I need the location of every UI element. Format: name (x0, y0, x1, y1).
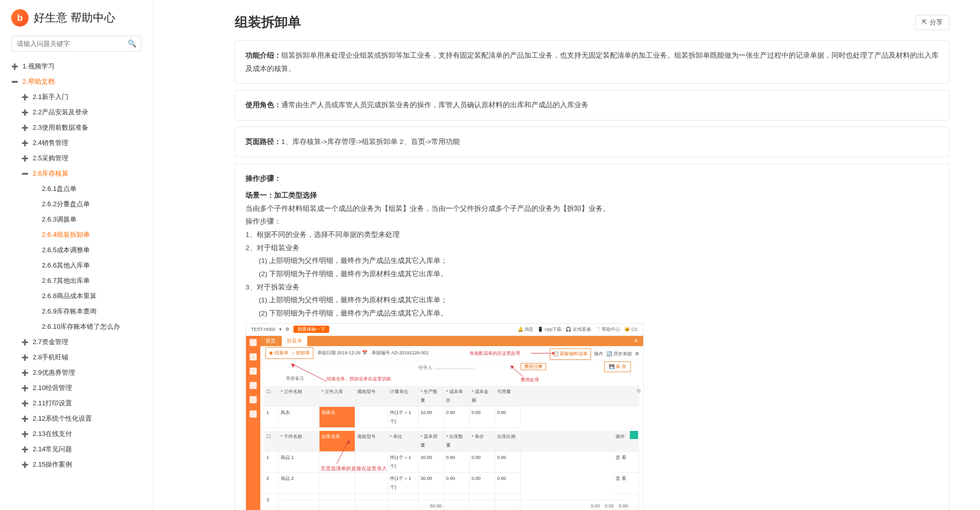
si-help: 帮助中心 (602, 327, 620, 332)
home-icon (250, 339, 257, 346)
nav-2-9[interactable]: ➕2.9优惠券管理 (21, 365, 141, 380)
plus-icon: ➕ (21, 94, 31, 101)
si-note3: 费用处理 (521, 376, 539, 384)
si-handler: 经手人 (419, 365, 432, 370)
si-note1: 有装配清单的在这里处理 (470, 349, 520, 358)
share-button[interactable]: ⇱ 分享 (915, 15, 949, 30)
plus-icon: ➕ (21, 155, 31, 162)
si-note2: 组装业务、拆卸业务在这里切换 (327, 375, 391, 383)
si-type-assemble: ◉ 组装单 ○ 拆卸单 (265, 347, 313, 359)
close-icon: ✕ (634, 336, 638, 346)
si-tab-home: 首页 (265, 336, 276, 346)
plus-icon: ➕ (21, 109, 31, 116)
plus-icon: ➕ (21, 416, 31, 422)
plus-icon: ➕ (21, 400, 31, 407)
svg-line-2 (291, 363, 327, 381)
nav-2-15[interactable]: ➕2.15操作案例 (21, 457, 141, 472)
gear-icon (250, 410, 257, 418)
plus-icon: ➕ (21, 462, 31, 468)
path-card: 页面路径：1、库存核算->库存管理->组装拆卸单 2、首页->常用功能 (235, 127, 949, 157)
path-label: 页面路径： (246, 138, 281, 145)
share-icon: ⇱ (922, 18, 927, 26)
step2-1: (1) 上部明细为父件明细，最终作为产成品生成其它入库单； (259, 254, 939, 268)
nav-2-6-4[interactable]: 2.6.4组装拆卸单 (42, 227, 141, 242)
nav-2-6-1[interactable]: 2.6.1盘点单 (42, 181, 141, 197)
minus-icon: ➖ (21, 171, 31, 177)
nav-2-6-5[interactable]: 2.6.5成本调整单 (42, 242, 141, 258)
embedded-screenshot: TEST-H002 ▾ ⚙ 我要体验一下 🔔 消息 📱 App下载 🎧 在线客服… (246, 323, 644, 510)
op-steps: 操作步骤： (246, 215, 939, 228)
nav-2-6-7[interactable]: 2.6.7其他出库单 (42, 273, 141, 288)
search-icon[interactable]: 🔍 (128, 39, 136, 47)
nav-video-learning[interactable]: ➕1.视频学习 (11, 59, 141, 74)
chart-icon (250, 396, 257, 403)
main-content: 组装拆卸单 ⇱ 分享 功能介绍：组装拆卸单用来处理企业组装或拆卸等加工业务，支持… (153, 0, 980, 510)
plus-icon: ➕ (21, 140, 31, 147)
svg-marker-3 (291, 363, 295, 368)
step2: 2、对于组装业务 (246, 241, 939, 255)
si-msg: 消息 (524, 327, 533, 332)
scene1-desc: 当由多个子件材料组装成一个成品的业务为【组装】业务，当由一个父件拆分成多个子产品… (246, 202, 939, 215)
nav-2-6-9[interactable]: 2.6.9库存账本查询 (42, 304, 141, 319)
intro-text: 组装拆卸单用来处理企业组装或拆卸等加工业务，支持有固定装配清单的产品加工业务，也… (246, 52, 939, 72)
svg-line-6 (337, 440, 349, 464)
si-date: 单据日期 2019-12-26 📅 (317, 349, 368, 357)
si-op: 操作 (594, 350, 603, 358)
step1: 1、根据不同的业务，选择不同单据的类型来处理 (246, 228, 939, 241)
search-wrap: 🔍 (11, 36, 141, 52)
nav-2-6-10[interactable]: 2.6.10库存账本错了怎么办 (42, 319, 141, 334)
plus-icon: ➕ (21, 125, 31, 131)
doc-icon (250, 382, 257, 389)
nav-2-2[interactable]: ➕2.2产品安装及登录 (21, 105, 141, 120)
nav-2-6-2[interactable]: 2.6.2分量盘点单 (42, 197, 141, 212)
nav-2-4[interactable]: ➕2.4销售管理 (21, 135, 141, 151)
nav-2-8[interactable]: ➕2.8手机旺铺 (21, 350, 141, 365)
page-title: 组装拆卸单 (235, 13, 301, 31)
logo-text: 好生意 帮助中心 (34, 10, 115, 26)
path-text: 1、库存核算->库存管理->组装拆卸单 2、首页->常用功能 (281, 138, 460, 145)
nav-2-6[interactable]: ➖2.6库存核算 (21, 166, 141, 181)
nav-2-13[interactable]: ➕2.13在线支付 (21, 426, 141, 442)
step3-1: (1) 上部明细为父件明细，最终作为原材料生成其它出库单； (259, 294, 939, 307)
step2-2: (2) 下部明细为子件明细，最终作为原材料生成其它出库单。 (259, 268, 939, 281)
nav-2-14[interactable]: ➕2.14常见问题 (21, 442, 141, 457)
logo: b 好生意 帮助中心 (11, 9, 141, 27)
si-tab-active: 拆装单 (282, 335, 307, 347)
step3-2: (2) 下部明细为子件明细，最终作为产成品生成其它入库单。 (259, 307, 939, 320)
nav-help-docs[interactable]: ➖2.帮助文档 (11, 74, 141, 89)
si-bom-btn: 📋 获取物料清单 (550, 348, 592, 360)
step3: 3、对于拆装业务 (246, 281, 939, 294)
plus-icon: ➕ (21, 370, 31, 376)
nav-2-11[interactable]: ➕2.11打印设置 (21, 396, 141, 411)
si-tenant: TEST-H002 (251, 327, 275, 332)
nav-2-7[interactable]: ➕2.7资金管理 (21, 334, 141, 350)
nav-2-12[interactable]: ➕2.12系统个性化设置 (21, 411, 141, 426)
plus-icon: ➕ (21, 446, 31, 453)
nav-2-5[interactable]: ➕2.5采购管理 (21, 151, 141, 166)
intro-label: 功能介绍： (246, 52, 281, 59)
nav-2-10[interactable]: ➕2.10经营管理 (21, 380, 141, 396)
si-user: CC (631, 327, 638, 332)
expand-icon (630, 431, 638, 439)
svg-marker-5 (510, 366, 514, 369)
plus-icon: ➕ (21, 339, 31, 346)
nav-2-3[interactable]: ➕2.3使用前数据准备 (21, 120, 141, 135)
intro-card: 功能介绍：组装拆卸单用来处理企业组装或拆卸等加工业务，支持有固定装配清单的产品加… (235, 40, 949, 84)
cart-icon (250, 353, 257, 360)
nav-2-6-6[interactable]: 2.6.6其他入库单 (42, 258, 141, 273)
role-text: 通常由生产人员或库管人员完成拆装业务的操作，库管人员确认原材料的出库和产成品的入… (281, 101, 589, 109)
role-card: 使用角色：通常由生产人员或库管人员完成拆装业务的操作，库管人员确认原材料的出库和… (235, 90, 949, 120)
steps-label: 操作步骤： (246, 175, 281, 182)
scene1-label: 场景一：加工类型选择 (246, 191, 317, 199)
nav-2-1[interactable]: ➕2.1新手入门 (21, 89, 141, 105)
plus-icon: ➕ (11, 63, 20, 70)
nav-2-6-8[interactable]: 2.6.8商品成本重算 (42, 288, 141, 304)
si-history: 历史单据 (614, 351, 632, 356)
nav-2-6-3[interactable]: 2.6.3调拨单 (42, 212, 141, 227)
search-input[interactable] (11, 36, 141, 52)
plus-icon: ➕ (21, 354, 31, 361)
share-label: 分享 (929, 18, 943, 27)
steps-card: 操作步骤： 场景一：加工类型选择 当由多个子件材料组装成一个成品的业务为【组装】… (235, 163, 949, 510)
si-note4: 无需选清单的直接在这里录入 (321, 464, 387, 473)
si-save: 💾 保 存 (604, 361, 631, 372)
